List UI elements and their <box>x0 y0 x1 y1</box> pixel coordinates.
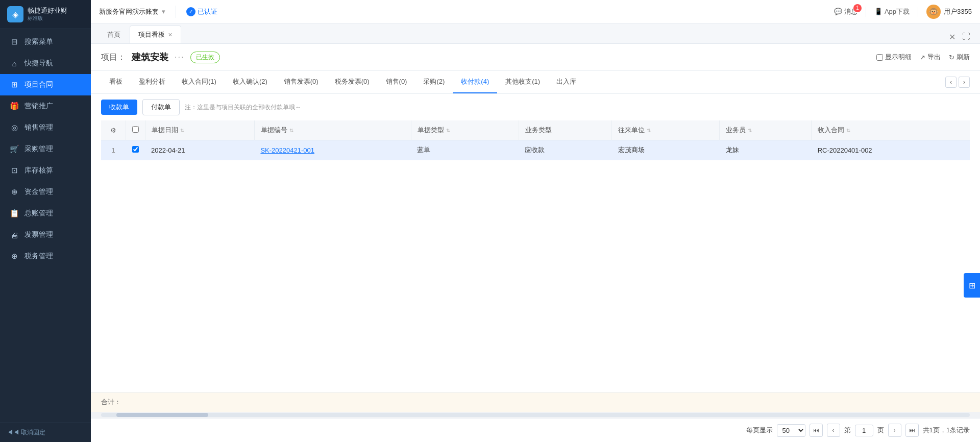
sub-tab-income-confirm[interactable]: 收入确认(2) <box>225 71 276 93</box>
sidebar-item-tax-mgmt[interactable]: ⊕ 税务管理 <box>0 245 91 267</box>
last-page-button[interactable]: ⏭ <box>905 424 919 437</box>
row-number[interactable]: SK-20220421-001 <box>254 140 411 160</box>
tab-close-icon[interactable]: ✕ <box>168 32 173 38</box>
row-income-contract: RC-20220401-002 <box>812 140 970 160</box>
sub-tab-inout[interactable]: 出入库 <box>548 71 584 93</box>
sidebar-item-label: 搜索菜单 <box>24 37 53 46</box>
page-suffix: 页 <box>877 426 884 435</box>
tab-home[interactable]: 首页 <box>99 26 129 43</box>
app-download-label: App下载 <box>885 7 910 16</box>
fund-icon: ⊛ <box>9 187 19 197</box>
sidebar-item-purchase-mgmt[interactable]: 🛒 采购管理 <box>0 138 91 160</box>
col-biz-type: 业务类型 <box>519 120 611 140</box>
col-salesperson-label: 业务员 <box>726 126 746 135</box>
sidebar-unpin-button[interactable]: ◀◀ 取消固定 <box>0 423 91 442</box>
payment-bill-tab-button[interactable]: 付款单 <box>142 99 180 115</box>
col-settings[interactable]: ⚙ <box>101 120 126 140</box>
row-checkbox[interactable] <box>132 146 139 153</box>
sub-tab-sales[interactable]: 销售(0) <box>378 71 415 93</box>
user-label: 用户3355 <box>944 7 972 16</box>
sidebar-item-inventory[interactable]: ⊡ 库存核算 <box>0 160 91 181</box>
app-name: 畅捷通好业财 <box>28 7 67 15</box>
first-page-button[interactable]: ⏮ <box>810 424 823 437</box>
sidebar-item-marketing[interactable]: 🎁 营销推广 <box>0 95 91 117</box>
sort-icon-date: ⇅ <box>180 128 184 133</box>
sub-tab-profit[interactable]: 盈利分析 <box>131 71 174 93</box>
sidebar-item-sales-mgmt[interactable]: ◎ 销售管理 <box>0 117 91 138</box>
sidebar-item-project-contract[interactable]: ⊞ 项目合同 <box>0 74 91 95</box>
window-maximize-button[interactable]: ⛶ <box>961 31 972 42</box>
topbar-right: 💬 消息 1 📱 App下载 🐵 用户3355 <box>834 5 972 19</box>
marketing-icon: 🎁 <box>9 101 19 111</box>
sub-tabs-arrows: ‹ › <box>945 77 970 88</box>
next-page-button[interactable]: › <box>888 424 901 437</box>
sidebar-nav: ⊟ 搜索菜单 ⌂ 快捷导航 ⊞ 项目合同 🎁 营销推广 ◎ 销售管理 🛒 采购管… <box>0 29 91 423</box>
sidebar-item-search[interactable]: ⊟ 搜索菜单 <box>0 31 91 53</box>
sidebar-item-quick-nav[interactable]: ⌂ 快捷导航 <box>0 53 91 74</box>
inventory-icon: ⊡ <box>9 165 19 176</box>
sidebar-item-general-ledger[interactable]: 📋 总账管理 <box>0 203 91 224</box>
sidebar-item-label: 资金管理 <box>24 187 53 197</box>
tabs-bar: 首页 项目看板 ✕ ✕ ⛶ <box>91 23 980 44</box>
total-pages-label: 共1页，1条记录 <box>923 426 970 435</box>
row-num: 1 <box>101 140 126 160</box>
table-footer: 合计： <box>91 392 980 412</box>
current-page-input[interactable] <box>855 425 873 436</box>
col-number[interactable]: 单据编号 ⇅ <box>254 120 411 140</box>
col-income-contract[interactable]: 收入合同 ⇅ <box>812 120 970 140</box>
sub-tabs-prev-button[interactable]: ‹ <box>945 77 957 88</box>
topbar-divider3 <box>918 7 918 17</box>
content-body: 收款单 付款单 注：这里是与项目关联的全部收付款单哦～ ⚙ <box>91 94 980 442</box>
table-row[interactable]: 1 2022-04-21 SK-20220421-001 蓝单 应收款 宏茂商场 <box>101 140 970 160</box>
user-menu[interactable]: 🐵 用户3355 <box>926 5 972 19</box>
sidebar-item-label: 总账管理 <box>24 209 53 218</box>
select-all-checkbox[interactable] <box>132 126 139 133</box>
window-close-button[interactable]: ✕ <box>946 31 958 42</box>
show-detail-checkbox[interactable] <box>876 54 883 61</box>
float-action-button[interactable]: ⊞ <box>964 273 980 298</box>
col-type-label: 单据类型 <box>418 126 444 135</box>
project-more-button[interactable]: ··· <box>175 53 184 62</box>
certified-label: 已认证 <box>198 7 217 16</box>
sort-icon-income-contract: ⇅ <box>846 128 850 133</box>
message-icon: 💬 <box>834 8 842 15</box>
topbar-divider2 <box>866 7 866 17</box>
export-label: 导出 <box>927 53 941 62</box>
receipt-bill-tab-button[interactable]: 收款单 <box>101 100 137 115</box>
sort-icon-salesperson: ⇅ <box>748 128 752 133</box>
app-download-button[interactable]: 📱 App下载 <box>874 7 910 16</box>
dropdown-icon[interactable]: ▾ <box>162 8 165 15</box>
col-date[interactable]: 单据日期 ⇅ <box>145 120 254 140</box>
sidebar-item-label: 税务管理 <box>24 252 53 261</box>
col-partner[interactable]: 往来单位 ⇅ <box>612 120 720 140</box>
float-action-icon: ⊞ <box>969 281 975 290</box>
invoice-icon: 🖨 <box>9 230 19 240</box>
project-header: 项目： 建筑安装 ··· 已生效 显示明细 ↗ 导出 ↻ 刷新 <box>91 44 980 71</box>
sub-tab-income-contract[interactable]: 收入合同(1) <box>174 71 225 93</box>
user-avatar: 🐵 <box>926 5 941 19</box>
col-type[interactable]: 单据类型 ⇅ <box>411 120 519 140</box>
sub-tab-tax-invoice[interactable]: 税务发票(0) <box>327 71 378 93</box>
scrollbar-thumb[interactable] <box>116 413 208 417</box>
tab-project-board[interactable]: 项目看板 ✕ <box>130 26 181 43</box>
sidebar-item-fund-mgmt[interactable]: ⊛ 资金管理 <box>0 181 91 203</box>
messages-button[interactable]: 💬 消息 1 <box>834 7 857 16</box>
prev-page-button[interactable]: ‹ <box>827 424 840 437</box>
export-button[interactable]: ↗ 导出 <box>920 53 941 62</box>
sub-tab-kanban[interactable]: 看板 <box>101 71 131 93</box>
per-page-select[interactable]: 50 100 200 <box>777 424 805 437</box>
topbar-project-selector[interactable]: 新服务官网演示账套 ▾ <box>99 7 165 16</box>
tab-project-board-label: 项目看板 <box>138 30 165 39</box>
horizontal-scrollbar[interactable] <box>91 412 980 418</box>
sub-tab-receipt[interactable]: 收付款(4) <box>453 71 497 93</box>
col-salesperson[interactable]: 业务员 ⇅ <box>720 120 812 140</box>
sidebar-item-label: 发票管理 <box>24 230 53 239</box>
row-number-link[interactable]: SK-20220421-001 <box>260 146 314 154</box>
sub-tab-other-expense[interactable]: 其他收支(1) <box>497 71 548 93</box>
refresh-button[interactable]: ↻ 刷新 <box>949 53 970 62</box>
show-detail-toggle[interactable]: 显示明细 <box>876 53 912 62</box>
sub-tabs-next-button[interactable]: › <box>959 77 970 88</box>
sub-tab-sales-invoice[interactable]: 销售发票(0) <box>276 71 327 93</box>
sub-tab-purchase[interactable]: 采购(2) <box>415 71 453 93</box>
sidebar-item-invoice-mgmt[interactable]: 🖨 发票管理 <box>0 224 91 245</box>
